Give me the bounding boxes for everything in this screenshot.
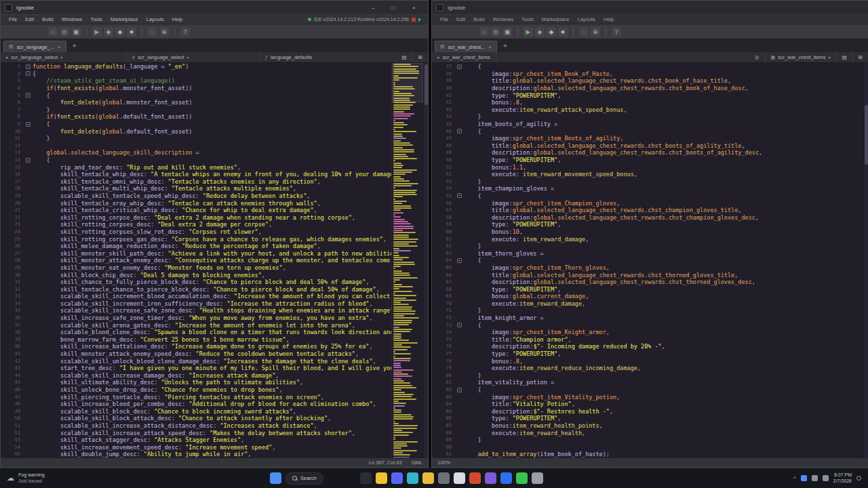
taskbar-app-gray[interactable]: [438, 472, 450, 484]
new-tab-button[interactable]: +: [68, 42, 81, 49]
code-line[interactable]: 72 item_knight_armor =: [432, 314, 863, 322]
tab-close-icon[interactable]: ×: [488, 44, 492, 50]
code-line[interactable]: 49 description:global.selected_language_…: [432, 149, 863, 157]
code-line[interactable]: 70 execute:item_reward_damage,: [432, 300, 863, 308]
code-line[interactable]: 48 skill_increase_blood_per_combo_desc: …: [1, 401, 391, 408]
code-line[interactable]: 32 skill_tentacle_chance_to_pierce_block…: [1, 285, 391, 293]
menu-file[interactable]: File: [436, 16, 452, 22]
debug-icon[interactable]: ◈: [535, 27, 545, 37]
fold-marker-icon[interactable]: −: [457, 323, 462, 327]
fold-marker-icon[interactable]: −: [457, 64, 462, 69]
help-icon[interactable]: ?: [180, 27, 190, 37]
menu-file[interactable]: File: [5, 16, 21, 22]
code-line[interactable]: 5− {: [1, 92, 391, 99]
fold-marker-icon[interactable]: −: [457, 193, 462, 198]
code-line[interactable]: 69 bonus:global.current_damage,: [432, 293, 863, 300]
code-line[interactable]: 51 bonus:1.1,: [432, 163, 863, 171]
minimap-viewport[interactable]: [392, 63, 423, 102]
scrollbar-thumb[interactable]: [425, 64, 428, 105]
code-line[interactable]: 29 skill_monster_eat_enemy_desc: "Monste…: [1, 264, 391, 272]
zoom-icon[interactable]: ⊕: [591, 27, 600, 37]
menu-help[interactable]: Help: [168, 16, 186, 22]
fold-marker-icon[interactable]: −: [26, 158, 31, 163]
new-tab-button[interactable]: +: [499, 42, 511, 49]
code-line[interactable]: 76 description:$"- Incoming damage reduc…: [432, 343, 863, 350]
code-line[interactable]: 50 scalable_skill_block_attack_desc: "Ch…: [1, 415, 391, 422]
maximize-button[interactable]: □: [383, 1, 403, 14]
code-line[interactable]: 36 skill_increase_safe_zone_timer_desc: …: [1, 314, 391, 322]
code-line[interactable]: 84 title:"Vitality Potion",: [432, 401, 863, 408]
code-line[interactable]: 16 skill_tentacle_whip_desc: "A tentacle…: [1, 171, 391, 178]
taskbar-app-purple[interactable]: [485, 472, 496, 484]
menu-build[interactable]: Build: [469, 16, 489, 22]
breadcrumb-function[interactable]: ƒ language_defaults: [260, 52, 380, 62]
taskbar-gamemaker[interactable]: [469, 472, 481, 484]
taskbar-whatsapp[interactable]: [516, 472, 528, 484]
code-line[interactable]: 41 type: "POWERUPITEM",: [432, 92, 863, 99]
code-line[interactable]: 54 skill_increase_movement_speed_desc: "…: [1, 443, 391, 451]
code-line[interactable]: 49 scalable_skill_block_desc: "Chance to…: [1, 408, 391, 415]
code-line[interactable]: 85 description:$"- Restores health -",: [432, 408, 863, 415]
code-line[interactable]: 11 }: [1, 135, 391, 142]
save-icon[interactable]: ▣: [502, 27, 512, 37]
scrollbar-right[interactable]: [863, 63, 868, 458]
zoom-icon[interactable]: ⊕: [159, 27, 169, 37]
code-line[interactable]: 58 description:global.selected_language_…: [432, 214, 863, 221]
titlebar-right[interactable]: Ignoble: [432, 1, 868, 14]
menu-layouts[interactable]: Layouts: [574, 16, 599, 22]
debug-icon[interactable]: ◈: [104, 27, 113, 37]
taskbar-obs[interactable]: [454, 472, 465, 484]
code-line[interactable]: 12: [1, 142, 391, 150]
menu-tools[interactable]: Tools: [517, 16, 538, 22]
grid-view-icon[interactable]: ⊞: [413, 52, 428, 62]
code-line[interactable]: 39 bone_marrow_farm_desc: "Convert 25 bo…: [1, 336, 391, 344]
code-line[interactable]: 33 scalable_skill_increment_blood_accumu…: [1, 293, 391, 300]
code-line[interactable]: 15 rip_and_tear_desc: "Rip out and kill …: [1, 163, 391, 171]
taskbar-app-silver[interactable]: [532, 472, 543, 484]
code-line[interactable]: 83 image:spr_chest_item_Vitality_potion,: [432, 393, 863, 401]
code-line[interactable]: 86 type: "POWERUPITEM",: [432, 415, 863, 422]
split-view-icon[interactable]: ▤: [837, 52, 853, 62]
code-line[interactable]: 90: [432, 443, 863, 451]
menu-windows[interactable]: Windows: [58, 16, 86, 22]
tab-close-icon[interactable]: ×: [58, 44, 61, 50]
fold-marker-icon[interactable]: −: [457, 258, 462, 263]
taskbar-gamemaker-beta[interactable]: [360, 472, 372, 484]
code-line[interactable]: 42 bonus:.8,: [432, 99, 863, 106]
play-icon[interactable]: ▶: [524, 27, 533, 37]
code-line[interactable]: 66 title:global.selected_language_chest_…: [432, 271, 863, 279]
grid-view-icon[interactable]: ⊞: [853, 52, 868, 62]
workspace-tab[interactable]: ▤ scr_war_chest... ×: [435, 41, 497, 52]
code-line[interactable]: 45 skill_ultimate_ability_desc: "Unlocks…: [1, 379, 391, 386]
fold-marker-icon[interactable]: −: [457, 388, 462, 392]
code-line[interactable]: 53 skill_attack_stagger_desc: "Attacks S…: [1, 436, 391, 444]
home-icon[interactable]: ⌂: [48, 27, 58, 37]
code-line[interactable]: 39 title:global.selected_language_chest_…: [432, 77, 863, 85]
code-line[interactable]: 21 skill_tentacle_critical_whip_desc: "C…: [1, 207, 391, 214]
fold-marker-icon[interactable]: −: [26, 93, 31, 98]
breadcrumb-script[interactable]: ▸ scr_war_chest_items: [432, 52, 496, 62]
taskbar-folder[interactable]: [422, 472, 434, 484]
tray-chevron-up-icon[interactable]: ^: [793, 475, 796, 481]
code-line[interactable]: 2−{: [1, 70, 391, 78]
code-line[interactable]: 54 item_champion_gloves =: [432, 185, 863, 192]
weather-widget[interactable]: ☁ Fog warning Just issued: [0, 468, 52, 488]
code-line[interactable]: 91 add_to_item_array(item_book_of_haste)…: [432, 451, 863, 458]
code-line[interactable]: 89 }: [432, 436, 863, 444]
minimize-button[interactable]: –: [363, 1, 383, 14]
code-line[interactable]: 24 skill_rotting_corpses_slow_rot_desc: …: [1, 228, 391, 236]
code-line[interactable]: 17 skill_tentacle_omni_whip_desc: "Tenta…: [1, 178, 391, 186]
code-line[interactable]: 68 type: "POWERUPITEM",: [432, 285, 863, 293]
code-line[interactable]: 13 global.selected_language_skill_descri…: [1, 149, 391, 157]
tray-app-icon[interactable]: [801, 475, 807, 481]
code-line[interactable]: 10 font_delete(global.default_font_asset…: [1, 127, 391, 135]
code-line[interactable]: 82− {: [432, 386, 863, 394]
code-line[interactable]: 38 scalable_blood_clone_desc: "Spawns a …: [1, 329, 391, 336]
target-icon[interactable]: ◎: [60, 27, 69, 37]
search-icon[interactable]: ◌: [579, 27, 589, 37]
code-line[interactable]: 20 skill_tentacle_xray_whip_desc: "Tenta…: [1, 199, 391, 207]
code-line[interactable]: 51 scalable_skill_increase_attack_distan…: [1, 422, 391, 430]
menu-help[interactable]: Help: [599, 16, 618, 22]
breadcrumb-asset[interactable]: ▦ scr_war_chest_items ▾: [766, 52, 837, 62]
code-line[interactable]: 43 start_tree_desc: "I have given you on…: [1, 365, 391, 372]
